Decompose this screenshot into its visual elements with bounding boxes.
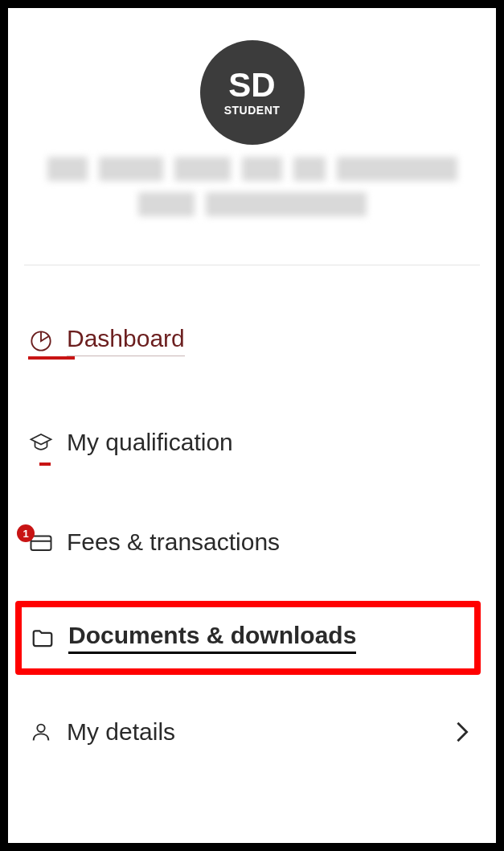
avatar[interactable]: SD STUDENT [200, 40, 305, 145]
nav-label-dashboard: Dashboard [67, 325, 185, 356]
avatar-initials: SD [228, 68, 275, 102]
pie-chart-icon [28, 328, 54, 354]
svg-point-3 [37, 725, 44, 732]
nav-item-fees[interactable]: 1 Fees & transactions [28, 517, 476, 567]
chevron-right-icon [455, 721, 469, 743]
divider [24, 265, 480, 265]
notification-badge: 1 [17, 524, 35, 542]
nav-label-qualification: My qualification [67, 429, 233, 456]
nav-item-qualification[interactable]: My qualification [28, 417, 476, 467]
nav-label-details: My details [67, 718, 175, 746]
nav-item-dashboard[interactable]: Dashboard [28, 314, 476, 368]
profile-section: SD STUDENT [24, 24, 480, 240]
svg-rect-1 [31, 536, 51, 551]
avatar-role: STUDENT [224, 104, 281, 117]
folder-icon [30, 625, 55, 651]
person-icon [28, 719, 54, 745]
nav-label-documents: Documents & downloads [68, 622, 356, 654]
nav-item-documents[interactable]: Documents & downloads [30, 622, 466, 654]
nav-label-fees: Fees & transactions [67, 528, 280, 556]
redacted-text [32, 157, 472, 216]
nav-list: Dashboard My qualification 1 Fees & tran… [24, 314, 480, 757]
graduation-cap-icon [28, 430, 54, 455]
card-icon: 1 [28, 529, 54, 555]
nav-item-details[interactable]: My details [28, 707, 476, 757]
highlight-box: Documents & downloads [15, 601, 481, 675]
